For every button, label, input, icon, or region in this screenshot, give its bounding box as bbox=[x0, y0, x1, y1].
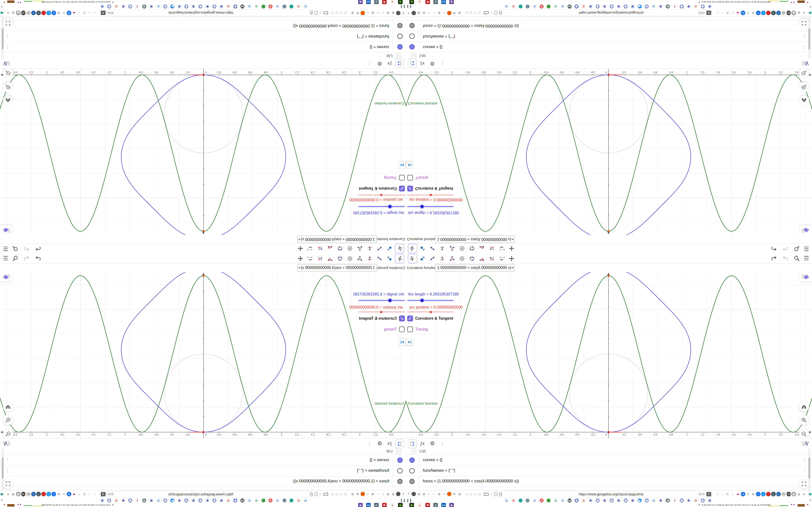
record-icon[interactable] bbox=[41, 11, 46, 15]
fx-button[interactable]: ƒx bbox=[418, 439, 426, 448]
bookmark-favicon[interactable]: ✱ bbox=[107, 499, 111, 502]
bookmark-favicon[interactable]: W bbox=[241, 5, 244, 8]
bookmark-favicon[interactable]: ▶ bbox=[638, 499, 642, 502]
bookmark-favicon[interactable]: ✱ bbox=[198, 5, 202, 8]
bookmark-favicon[interactable]: ⚙ bbox=[666, 499, 670, 502]
tracing-checkbox[interactable] bbox=[399, 175, 405, 181]
arc-length-slider-handle[interactable] bbox=[388, 204, 393, 209]
arc-position-point[interactable] bbox=[608, 74, 609, 76]
visibility-toggle[interactable] bbox=[409, 44, 415, 50]
stylebar-more-button[interactable]: ⋮ bbox=[439, 59, 447, 68]
bookmark-favicon[interactable]: ✱ bbox=[212, 499, 216, 502]
gear-icon[interactable]: ⚙ bbox=[452, 11, 457, 15]
fullscreen-button[interactable] bbox=[799, 18, 809, 28]
tool-line[interactable] bbox=[428, 254, 437, 263]
arc-length-slider-handle[interactable] bbox=[419, 298, 424, 303]
kebab-menu-icon[interactable]: ⋮ bbox=[6, 457, 10, 462]
bookmark-favicon[interactable]: f bbox=[673, 5, 677, 8]
bookmark-favicon[interactable] bbox=[547, 5, 551, 8]
bookmark-favicon[interactable]: f bbox=[673, 499, 677, 502]
tool-perpendicular-line[interactable] bbox=[365, 254, 374, 263]
star-icon[interactable]: ☆ bbox=[715, 492, 720, 496]
arrow-icon[interactable]: → bbox=[87, 492, 92, 496]
shield-icon[interactable] bbox=[494, 492, 498, 497]
menu-button[interactable]: ☰ bbox=[3, 245, 8, 252]
bookmark-favicon[interactable]: ✱ bbox=[185, 5, 188, 8]
bookmark-favicon[interactable]: ✱ bbox=[100, 499, 104, 502]
arc-length-slider[interactable] bbox=[407, 206, 454, 207]
bookmark-favicon[interactable]: ✱ bbox=[219, 499, 223, 502]
curvature-tangent-checkbox[interactable]: ✓ bbox=[399, 316, 405, 321]
taskbar-app-icon[interactable]: ● bbox=[390, 0, 395, 4]
bookmark-favicon[interactable]: ✱ bbox=[708, 499, 712, 502]
chevron-down-icon[interactable]: ▼ bbox=[511, 266, 514, 270]
star-icon[interactable]: ☆ bbox=[92, 11, 97, 15]
bookmark-favicon[interactable]: ✱ bbox=[687, 5, 691, 8]
bookmark-favicon[interactable]: G bbox=[304, 5, 307, 8]
bookmark-favicon[interactable]: G bbox=[254, 499, 258, 502]
kebab-menu-icon[interactable]: ⋮ bbox=[6, 45, 10, 50]
arrow-icon[interactable]: → bbox=[720, 11, 725, 15]
taskbar-app-icon[interactable]: ◉ bbox=[358, 0, 363, 4]
arc-icon[interactable]: ∩ bbox=[432, 492, 436, 496]
home-button[interactable] bbox=[799, 402, 809, 412]
download-icon[interactable]: ↓ bbox=[77, 492, 82, 496]
star-icon[interactable]: ☆ bbox=[715, 11, 720, 15]
paint-icon[interactable]: ▰ bbox=[72, 492, 77, 496]
tool-conic-five-points[interactable] bbox=[336, 244, 345, 253]
bookmark-favicon[interactable]: ✱ bbox=[149, 499, 153, 502]
taskbar-app-icon[interactable]: ▥ bbox=[433, 503, 438, 507]
algebra-view-button[interactable] bbox=[801, 439, 810, 448]
tool-reflect-about-line[interactable] bbox=[487, 254, 496, 263]
algebra-sort-button[interactable] bbox=[408, 59, 417, 68]
algebra-row-funcnames[interactable]: funcNames = {" "} ⋮ bbox=[406, 465, 812, 476]
bookmark-favicon[interactable]: G bbox=[582, 5, 586, 8]
visibility-toggle[interactable] bbox=[409, 34, 415, 39]
algebra-row-funcs[interactable]: funcs = {1.000000000000 + cos(4.00000000… bbox=[406, 476, 812, 487]
chevron-down-icon[interactable]: ▼ bbox=[298, 266, 301, 270]
globe-icon[interactable]: ◍ bbox=[797, 492, 801, 496]
tool-line[interactable] bbox=[375, 244, 384, 253]
skip-next-button[interactable] bbox=[406, 338, 413, 346]
curvature-tangent-checkbox[interactable]: ✓ bbox=[407, 316, 413, 321]
tool-move-cursor[interactable] bbox=[408, 244, 417, 253]
arc-position-slider-handle[interactable] bbox=[430, 311, 432, 313]
tool-polygon[interactable] bbox=[355, 244, 364, 253]
star-icon[interactable]: ☆ bbox=[92, 492, 97, 496]
wrench-icon[interactable]: ⌁ bbox=[366, 492, 370, 496]
globe-icon[interactable]: ◍ bbox=[457, 492, 462, 496]
visibility-toggle[interactable] bbox=[397, 34, 403, 39]
arc-position-slider-handle[interactable] bbox=[430, 194, 432, 196]
algebra-view-button[interactable] bbox=[2, 59, 11, 68]
arrow-icon[interactable]: → bbox=[720, 492, 725, 496]
taskbar-app-icon[interactable]: ● bbox=[390, 503, 395, 507]
tool-slider[interactable]: a = 2 bbox=[306, 254, 315, 263]
fx-button[interactable]: ƒx bbox=[386, 439, 394, 448]
taskbar-app-icon[interactable]: 64 bbox=[366, 503, 371, 507]
algebra-row-funcs[interactable]: funcs = {1.000000000000 + cos(4.00000000… bbox=[0, 476, 406, 487]
search-button[interactable] bbox=[12, 255, 18, 262]
visibility-toggle[interactable] bbox=[397, 479, 403, 484]
thumb-icon[interactable]: ♦ bbox=[802, 11, 806, 15]
reload-icon[interactable]: C bbox=[725, 11, 730, 15]
sphere-icon[interactable]: ◔ bbox=[776, 11, 781, 15]
globe-icon[interactable]: ◍ bbox=[417, 492, 421, 496]
plus-icon[interactable]: + bbox=[51, 11, 56, 15]
kebab-menu-icon[interactable]: ⋮ bbox=[802, 45, 806, 50]
thumb-icon[interactable]: ♦ bbox=[802, 492, 806, 496]
search-button[interactable] bbox=[12, 245, 18, 252]
taskbar-app-icon[interactable]: ◉ bbox=[358, 503, 363, 507]
firefox-icon[interactable] bbox=[447, 492, 451, 496]
taskbar-app-icon[interactable]: 64 bbox=[441, 503, 446, 507]
menu-button[interactable]: ☰ bbox=[804, 245, 809, 252]
algebra-sort-button[interactable] bbox=[395, 59, 404, 68]
tool-conic-five-points[interactable] bbox=[467, 254, 476, 263]
shield-icon[interactable] bbox=[494, 10, 498, 15]
taskbar-app-icon[interactable]: 64 bbox=[441, 0, 446, 4]
bookmark-favicon[interactable]: G bbox=[226, 5, 230, 8]
undo-button[interactable] bbox=[771, 245, 778, 252]
shield-icon[interactable] bbox=[314, 10, 318, 15]
undo-button[interactable] bbox=[771, 255, 778, 262]
tool-angle[interactable]: α bbox=[477, 254, 487, 263]
gear-icon[interactable]: ⚙ bbox=[452, 492, 457, 496]
